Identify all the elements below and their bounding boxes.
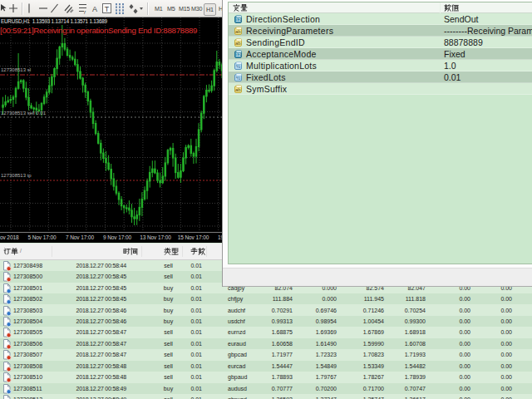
svg-text:½: ½ (236, 64, 240, 69)
svg-text:ab: ab (235, 87, 241, 92)
svg-text:ab: ab (235, 41, 241, 46)
svg-text:12: 12 (236, 17, 241, 22)
svg-text:ab: ab (235, 29, 241, 34)
svg-text:½: ½ (236, 76, 240, 81)
svg-text:12: 12 (236, 52, 241, 57)
